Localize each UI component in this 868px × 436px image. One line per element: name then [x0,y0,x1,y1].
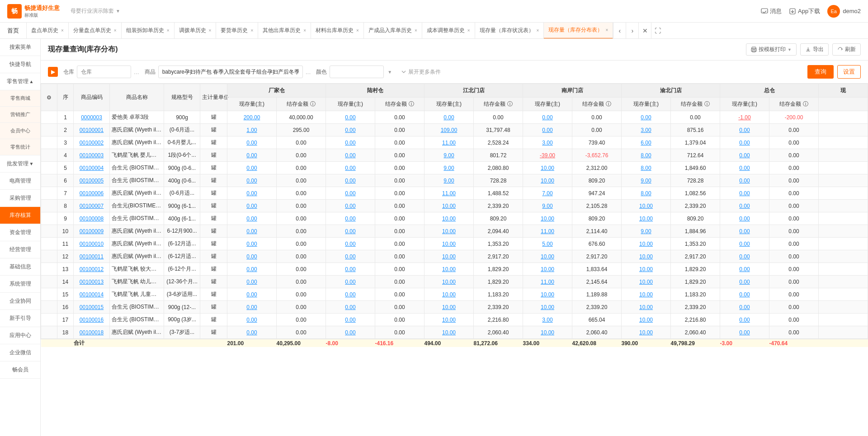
cell-factory-stock[interactable]: 0.00 [227,263,277,276]
cell-lucun-stock[interactable]: 0.00 [326,174,375,187]
cell-yubei-stock[interactable]: 10.00 [622,314,671,326]
cell-jiangbei-stock[interactable]: 10.00 [425,200,474,212]
cell-yubei-stock[interactable]: 10.00 [622,263,671,276]
sidebar-item-retailstats[interactable]: 零售统计 [0,139,40,155]
cell-jiangbei-stock[interactable]: 10.00 [425,225,474,238]
tab-close-2[interactable]: × [167,28,170,33]
cell-total-stock[interactable]: 0.00 [720,288,769,301]
sidebar-item-purchase[interactable]: 采购管理 [0,190,40,207]
cell-total-stock[interactable]: 0.00 [720,225,769,238]
cell-jiangbei-stock[interactable]: 10.00 [425,326,474,339]
cell-yubei-stock[interactable]: 9.00 [622,174,671,187]
tab-home[interactable]: 首页 [0,23,27,39]
cell-yubei-stock[interactable]: 3.00 [622,124,671,136]
tab-close-10[interactable]: × [605,28,608,33]
sidebar-item-retailshop[interactable]: 零售商城 [0,90,40,107]
sidebar-item-wholesale[interactable]: 批发管理 ▼ [0,155,40,173]
cell-yubei-stock[interactable]: 10.00 [622,200,671,212]
cell-nanan-stock[interactable]: 10.00 [523,174,572,187]
cell-code[interactable]: 00100001 [74,124,110,136]
cell-total-stock[interactable]: -1.00 [720,111,769,124]
cell-factory-stock[interactable]: 0.00 [227,162,277,174]
tab-close-9[interactable]: × [537,28,539,33]
cell-code[interactable]: 00100005 [74,174,110,187]
cell-yubei-stock[interactable]: 10.00 [622,238,671,250]
cell-total-stock[interactable]: 0.00 [720,124,769,136]
cell-jiangbei-stock[interactable]: 10.00 [425,276,474,288]
cell-factory-stock[interactable]: 0.00 [227,250,277,263]
cell-lucun-stock[interactable]: 0.00 [326,136,375,149]
tab-yaohuo[interactable]: 要货单历史 × [216,23,258,39]
sidebar-item-changhui[interactable]: 畅会员 [0,361,40,379]
cell-factory-stock[interactable]: 0.00 [227,326,277,339]
sidebar-item-operation[interactable]: 经营管理 [0,241,40,258]
message-btn[interactable]: 消息 [761,7,782,15]
cell-code[interactable]: 0000003 [74,111,110,124]
cell-jiangbei-stock[interactable]: 10.00 [425,288,474,301]
cell-code[interactable]: 00100006 [74,187,110,200]
cell-jiangbei-stock[interactable]: 9.00 [425,162,474,174]
cell-factory-stock[interactable]: 0.00 [227,136,277,149]
cell-nanan-stock[interactable]: 10.00 [523,288,572,301]
cell-yubei-stock[interactable]: 10.00 [622,288,671,301]
cell-nanan-stock[interactable]: 10.00 [523,212,572,225]
tab-chengpin[interactable]: 产成品入库单历史 × [364,23,422,39]
cell-code[interactable]: 00100008 [74,212,110,225]
cell-yubei-stock[interactable]: 8.00 [622,149,671,162]
tab-nav-prev[interactable]: ‹ [613,23,626,39]
cell-nanan-stock[interactable]: 0.00 [523,111,572,124]
cell-lucun-stock[interactable]: 0.00 [326,162,375,174]
search-btn[interactable]: 查询 [807,65,834,79]
cell-code[interactable]: 00100010 [74,238,110,250]
sidebar-item-weixin[interactable]: 企业微信 [0,344,40,361]
cell-jiangbei-stock[interactable]: 9.00 [425,174,474,187]
cell-factory-stock[interactable]: 0.00 [227,238,277,250]
tab-close-8[interactable]: × [467,28,470,33]
expand-filter-btn[interactable]: 展开更多条件 [401,68,441,76]
color-dropdown-arrow[interactable]: ▼ [387,70,392,75]
tab-xiancunzhuang[interactable]: 现存量（库存状况表） × [475,23,544,39]
cell-lucun-stock[interactable]: 0.00 [326,288,375,301]
sidebar-item-search[interactable]: 搜索英单 [0,39,40,56]
tab-close-4[interactable]: × [250,28,253,33]
cell-total-stock[interactable]: 0.00 [720,238,769,250]
cell-code[interactable]: 00100004 [74,162,110,174]
cell-lucun-stock[interactable]: 0.00 [326,314,375,326]
cell-nanan-stock[interactable]: 10.00 [523,263,572,276]
cell-total-stock[interactable]: 0.00 [720,162,769,174]
sidebar-item-enterprise[interactable]: 企业协同 [0,293,40,310]
cell-total-stock[interactable]: 0.00 [720,276,769,288]
cell-nanan-stock[interactable]: 10.00 [523,162,572,174]
tab-close-7[interactable]: × [415,28,417,33]
cell-nanan-stock[interactable]: 5.00 [523,238,572,250]
cell-lucun-stock[interactable]: 0.00 [326,212,375,225]
sidebar-item-member[interactable]: 会员中心 [0,123,40,139]
cell-jiangbei-stock[interactable]: 11.00 [425,136,474,149]
goods-more-btn[interactable]: ... [306,68,311,75]
cell-yubei-stock[interactable]: 10.00 [622,250,671,263]
sidebar-item-guide[interactable]: 新手引导 [0,310,40,327]
cell-jiangbei-stock[interactable]: 10.00 [425,238,474,250]
sidebar-item-retail[interactable]: 零售管理 ▲ [0,73,40,90]
cell-code[interactable]: 00100011 [74,250,110,263]
tab-xiancunfen[interactable]: 现存量（库存分布表） × [544,23,613,39]
tab-fullscreen[interactable]: ⛶ [651,23,664,39]
cell-total-stock[interactable]: 0.00 [720,136,769,149]
cell-factory-stock[interactable]: 0.00 [227,314,277,326]
cell-factory-stock[interactable]: 0.00 [227,301,277,314]
tab-diaobo[interactable]: 调拨单历史 × [175,23,217,39]
cell-code[interactable]: 00100015 [74,301,110,314]
cell-jiangbei-stock[interactable]: 0.00 [425,111,474,124]
sidebar-item-apps[interactable]: 应用中心 [0,327,40,344]
filter-collapse-btn[interactable]: ▶ [48,67,58,77]
tab-close-1[interactable]: × [114,28,117,33]
cell-code[interactable]: 00100009 [74,225,110,238]
cell-factory-stock[interactable]: 1.00 [227,124,277,136]
cell-jiangbei-stock[interactable]: 10.00 [425,212,474,225]
cell-jiangbei-stock[interactable]: 9.00 [425,149,474,162]
cell-factory-stock[interactable]: 0.00 [227,187,277,200]
tab-close-0[interactable]: × [61,28,64,33]
cell-factory-stock[interactable]: 0.00 [227,276,277,288]
cell-code[interactable]: 00100018 [74,326,110,339]
user-avatar[interactable]: Ea demo2 [827,5,861,18]
